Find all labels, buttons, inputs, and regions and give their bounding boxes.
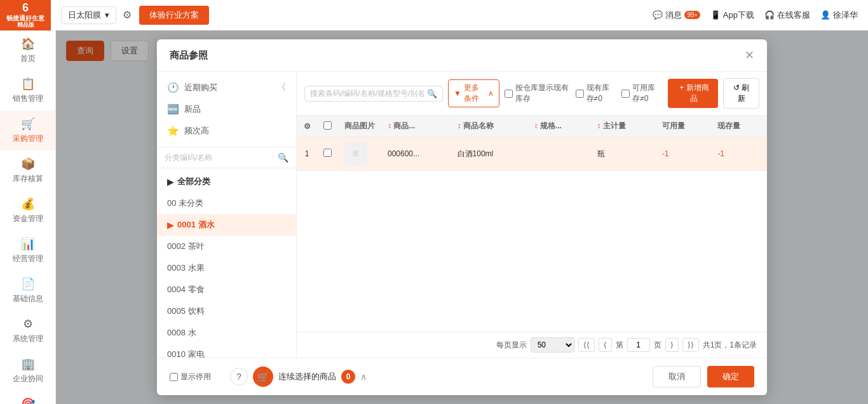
row-checkbox[interactable] [323, 149, 332, 157]
store-name: 日太阳膜 [68, 10, 101, 21]
checkbox-available-neq0[interactable]: 可用库存≠0 [621, 83, 663, 104]
row-name: 白酒100ml [451, 137, 528, 171]
category-item-liquor[interactable]: ▶ 0001 酒水 [157, 214, 296, 236]
per-page-select[interactable]: 50 10 20 100 [531, 337, 574, 353]
category-item-drinks[interactable]: 0005 饮料 [157, 300, 296, 322]
chevron-up-icon[interactable]: ∧ [360, 372, 367, 382]
page-total-label: 共1页，1条记录 [703, 340, 757, 351]
top-nav: 6 畅捷通好生意 精品版 日太阳膜 ▾ ⚙ 体验行业方案 💬 消息 99+ 📱 … [0, 0, 868, 30]
category-label-0003: 0003 水果 [167, 262, 205, 274]
available-neq0-label: 可用库存≠0 [632, 83, 663, 104]
store-selector[interactable]: 日太阳膜 ▾ [61, 6, 116, 24]
sidebar-item-operations[interactable]: 📊 经营管理 [0, 231, 55, 271]
star-icon: ⭐ [167, 125, 179, 137]
checkbox-stock-neq0[interactable]: 现有库存≠0 [576, 83, 617, 104]
guide-icon: 🎯 [21, 397, 35, 404]
th-check [317, 116, 338, 137]
category-list: ▶ 全部分类 00 未分类 ▶ 0001 酒水 0002 茶 [157, 168, 296, 358]
page-next-button[interactable]: ⟩ [665, 338, 679, 352]
top-right-nav: 💬 消息 99+ 📱 App下载 🎧 在线客服 👤 徐泽华 [653, 10, 858, 21]
inventory-icon: 📦 [21, 157, 35, 171]
warehouse-checkbox[interactable] [505, 90, 513, 98]
page-first-button[interactable]: ⟨⟨ [578, 338, 595, 352]
table-row[interactable]: 1 图 000600... [297, 137, 767, 171]
product-search-box: 🔍 [304, 86, 443, 102]
category-search-input[interactable] [165, 153, 278, 162]
product-search-icon[interactable]: 🔍 [427, 89, 437, 98]
support-label: 在线客服 [777, 10, 810, 21]
sales-icon: 📋 [21, 77, 35, 91]
category-item-unclassified[interactable]: 00 未分类 [157, 192, 296, 214]
cart-text: 连续选择的商品 [278, 371, 336, 382]
nav-support[interactable]: 🎧 在线客服 [764, 10, 810, 21]
more-filter-button[interactable]: ▼ 更多条件 ∧ [448, 79, 499, 107]
select-all-checkbox[interactable] [323, 121, 332, 130]
th-img: 商品图片 [338, 116, 381, 137]
category-label-0002: 0002 茶叶 [167, 241, 205, 252]
sidebar-item-system[interactable]: ⚙ 系统管理 [0, 311, 55, 351]
sidebar-item-purchase[interactable]: 🛒 采购管理 [0, 111, 55, 151]
available-neq0-checkbox[interactable] [621, 90, 630, 98]
operations-icon: 📊 [21, 237, 35, 251]
category-item-tea[interactable]: 0002 茶叶 [157, 236, 296, 257]
page-prev-button[interactable]: ⟨ [599, 338, 612, 352]
sidebar-item-guide[interactable]: 🎯 新手引导 [0, 391, 55, 404]
nav-messages[interactable]: 💬 消息 99+ [653, 10, 700, 21]
tab-new-products[interactable]: 🆕 新品 [157, 98, 296, 120]
category-item-snacks[interactable]: 0004 零食 [157, 279, 296, 300]
refresh-button[interactable]: ↺ 刷新 [723, 78, 759, 109]
add-product-button[interactable]: + 新增商品 [668, 79, 718, 108]
category-item-fruit[interactable]: 0003 水果 [157, 257, 296, 279]
th-code[interactable]: ↕ 商品... [381, 116, 451, 137]
settings-icon[interactable]: ⚙ [123, 9, 132, 21]
new-icon: 🆕 [167, 104, 179, 115]
confirm-button[interactable]: 确定 [707, 366, 754, 387]
cart-icon-button[interactable]: 🛒 [253, 367, 273, 387]
stock-neq0-checkbox[interactable] [576, 90, 584, 98]
tab-new-label: 新品 [184, 104, 201, 115]
category-all[interactable]: ▶ 全部分类 [157, 171, 296, 192]
nav-app-download[interactable]: 📱 App下载 [710, 10, 754, 21]
category-search-icon[interactable]: 🔍 [278, 152, 288, 163]
cancel-button[interactable]: 取消 [653, 366, 701, 387]
modal-close-button[interactable]: ✕ [745, 48, 754, 62]
tab-frequent[interactable]: ⭐ 频次高 [157, 120, 296, 142]
row-check[interactable] [317, 137, 338, 171]
th-spec[interactable]: ↕ 规格... [528, 116, 591, 137]
disabled-checkbox[interactable] [170, 373, 178, 381]
logo-line1: 畅捷通好生意 [6, 15, 44, 22]
th-unit[interactable]: ↕ 主计量 [591, 116, 656, 137]
tab-recent-purchase[interactable]: 🕐 近期购买 《 [157, 77, 296, 98]
row-code: 000600... [381, 137, 451, 171]
purchase-icon: 🛒 [21, 117, 35, 131]
sidebar-item-base-info[interactable]: 📄 基础信息 [0, 271, 55, 311]
sort-spec-icon: ↕ [534, 121, 538, 130]
collapse-icon[interactable]: 《 [277, 82, 286, 93]
cta-button[interactable]: 体验行业方案 [139, 6, 209, 25]
checkbox-by-warehouse[interactable]: 按仓库显示现有库存 [505, 83, 570, 104]
table-header-row: ⚙ 商品图片 ↕ 商品... [297, 116, 767, 137]
nav-user[interactable]: 👤 徐泽华 [820, 10, 858, 21]
sidebar-item-collab[interactable]: 🏢 企业协同 [0, 351, 55, 391]
th-name[interactable]: ↕ 商品名称 [451, 116, 528, 137]
row-stock: -1 [711, 137, 767, 171]
show-disabled-checkbox[interactable]: 显示停用 [170, 372, 211, 382]
modal-left-tabs: 🕐 近期购买 《 🆕 新品 ⭐ 频次高 [157, 72, 296, 147]
sidebar-item-home[interactable]: 🏠 首页 [0, 30, 55, 71]
sidebar-item-finance[interactable]: 💰 资金管理 [0, 191, 55, 231]
clock-icon: 🕐 [167, 82, 179, 93]
category-item-water[interactable]: 0008 水 [157, 322, 296, 344]
sidebar-item-inventory[interactable]: 📦 库存核算 [0, 151, 55, 191]
baseinfo-icon: 📄 [21, 277, 35, 291]
page-number-input[interactable] [627, 338, 650, 352]
modal-footer: 显示停用 ? 🛒 连续选择的商品 0 ∧ 取消 确定 [157, 358, 767, 395]
sidebar-label-purchase: 采购管理 [13, 133, 43, 144]
content-area: 查询 设置 ↺ 刷新 商品参照 ✕ 🕐 [56, 30, 868, 404]
category-item-appliances[interactable]: 0010 家电 [157, 344, 296, 358]
modal-title: 商品参照 [170, 50, 208, 62]
category-label-0004: 0004 零食 [167, 284, 205, 295]
page-last-button[interactable]: ⟩⟩ [682, 338, 699, 352]
product-search-input[interactable] [310, 89, 424, 98]
help-icon[interactable]: ? [230, 368, 248, 386]
sidebar-item-sales[interactable]: 📋 销售管理 [0, 71, 55, 111]
